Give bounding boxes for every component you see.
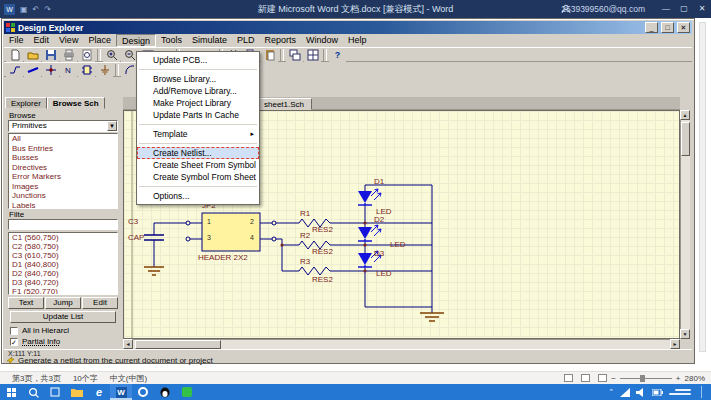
tab-browse-sch[interactable]: Browse Sch bbox=[47, 97, 105, 109]
list-item[interactable]: C1 (560,750) bbox=[9, 233, 117, 242]
menu-item-update-parts-in-cache[interactable]: Update Parts In Cache bbox=[137, 109, 259, 121]
print-layout-icon[interactable] bbox=[581, 374, 590, 382]
menu-item-browse-library[interactable]: Browse Library... bbox=[137, 73, 259, 85]
d3-type-label[interactable]: LED bbox=[376, 269, 392, 278]
list-item[interactable]: D2 (840,760) bbox=[9, 269, 117, 278]
list-item[interactable]: Labels bbox=[9, 201, 117, 210]
zoom-slider[interactable] bbox=[620, 378, 672, 379]
redo-quick-icon[interactable]: ↷ bbox=[44, 5, 51, 14]
app-close-button[interactable]: ✕ bbox=[677, 22, 690, 33]
web-layout-icon[interactable] bbox=[598, 374, 607, 382]
update-list-button[interactable]: Update List bbox=[10, 311, 116, 323]
word-restore-button[interactable]: ▢ bbox=[675, 0, 693, 18]
menu-edit[interactable]: Edit bbox=[29, 34, 55, 47]
cascade-windows-button[interactable] bbox=[286, 48, 303, 62]
list-item[interactable]: All bbox=[9, 134, 117, 144]
c3-ref-label[interactable]: C3 bbox=[128, 217, 138, 226]
menu-item-make-project-library[interactable]: Make Project Library bbox=[137, 97, 259, 109]
junction-tool-button[interactable] bbox=[42, 63, 59, 77]
open-button[interactable] bbox=[24, 48, 41, 62]
net-label-tool-button[interactable]: N bbox=[60, 63, 77, 77]
language-indicator[interactable]: 中文(中国) bbox=[110, 373, 147, 384]
zoom-in-control[interactable]: + bbox=[676, 374, 681, 383]
jp2-type-label[interactable]: HEADER 2X2 bbox=[198, 253, 248, 262]
menu-pld[interactable]: PLD bbox=[232, 34, 260, 47]
new-document-button[interactable] bbox=[6, 48, 23, 62]
r3-type-label[interactable]: RES2 bbox=[312, 275, 333, 284]
save-button[interactable] bbox=[42, 48, 59, 62]
wire-tool-button[interactable] bbox=[6, 63, 23, 77]
list-item[interactable]: Images bbox=[9, 182, 117, 192]
horizontal-scroll-thumb[interactable] bbox=[135, 340, 221, 349]
menu-item-create-sheet-from-symbol[interactable]: Create Sheet From Symbol bbox=[137, 159, 259, 171]
menu-design[interactable]: Design bbox=[116, 34, 156, 47]
connector-jp2-symbol[interactable] bbox=[186, 213, 276, 251]
list-item[interactable]: Bus Entries bbox=[9, 144, 117, 154]
menu-tools[interactable]: Tools bbox=[156, 34, 187, 47]
app-minimize-button[interactable]: _ bbox=[645, 22, 658, 33]
menu-view[interactable]: View bbox=[54, 34, 83, 47]
bus-tool-button[interactable] bbox=[24, 63, 41, 77]
list-item[interactable]: D3 (840,720) bbox=[9, 278, 117, 287]
partial-info-checkbox[interactable]: ✓ bbox=[10, 338, 18, 346]
list-item[interactable]: C2 (580,750) bbox=[9, 242, 117, 251]
list-item[interactable]: Directives bbox=[9, 163, 117, 173]
primitives-select[interactable]: Primitives ▼ bbox=[8, 120, 118, 132]
word-count[interactable]: 10个字 bbox=[73, 373, 98, 384]
zoom-in-button[interactable] bbox=[103, 48, 120, 62]
account-email[interactable]: 2539399560@qq.com bbox=[561, 4, 645, 14]
print-button[interactable] bbox=[60, 48, 77, 62]
start-button[interactable] bbox=[0, 384, 22, 400]
taskbar-qq[interactable] bbox=[154, 384, 176, 400]
menu-item-create-symbol-from-sheet[interactable]: Create Symbol From Sheet bbox=[137, 171, 259, 183]
undo-quick-icon[interactable]: ↶ bbox=[33, 5, 40, 14]
word-minimize-button[interactable]: — bbox=[657, 0, 675, 18]
taskbar-wechat[interactable] bbox=[176, 384, 198, 400]
network-icon[interactable] bbox=[620, 388, 630, 397]
menu-item-options[interactable]: Options... bbox=[137, 190, 259, 202]
filter-input[interactable] bbox=[8, 219, 118, 230]
task-view-button[interactable] bbox=[44, 384, 66, 400]
app-maximize-button[interactable]: □ bbox=[661, 22, 674, 33]
r1-ref-label[interactable]: R1 bbox=[300, 209, 310, 218]
all-in-hierarchy-checkbox[interactable] bbox=[10, 327, 18, 335]
menu-place[interactable]: Place bbox=[83, 34, 116, 47]
help-button[interactable]: ? bbox=[329, 48, 346, 62]
word-scrollbar[interactable] bbox=[699, 22, 706, 352]
list-item[interactable]: Junctions bbox=[9, 191, 117, 201]
taskbar-browser[interactable] bbox=[132, 384, 154, 400]
power-port-tool-button[interactable] bbox=[96, 63, 113, 77]
horizontal-scrollbar[interactable]: ◄ ► bbox=[123, 339, 680, 349]
page-indicator[interactable]: 第3页，共3页 bbox=[12, 373, 61, 384]
menu-item-create-netlist[interactable]: Create Netlist... bbox=[137, 147, 259, 159]
list-item[interactable]: F1 (520,770) bbox=[9, 287, 117, 295]
scroll-left-icon[interactable]: ◄ bbox=[123, 339, 133, 349]
menu-simulate[interactable]: Simulate bbox=[187, 34, 232, 47]
ground-symbols[interactable] bbox=[144, 267, 444, 321]
tile-windows-button[interactable] bbox=[304, 48, 321, 62]
list-item[interactable]: C3 (610,750) bbox=[9, 251, 117, 260]
tray-expand-icon[interactable]: ⌃ bbox=[608, 388, 614, 396]
paste-button[interactable] bbox=[261, 48, 278, 62]
c3-type-label[interactable]: CAP bbox=[128, 233, 144, 242]
text-button[interactable]: Text bbox=[8, 297, 44, 309]
show-desktop-button[interactable] bbox=[701, 386, 703, 398]
save-quick-icon[interactable]: ▣ bbox=[20, 5, 28, 14]
menu-window[interactable]: Window bbox=[301, 34, 343, 47]
menu-help[interactable]: Help bbox=[343, 34, 372, 47]
jump-button[interactable]: Jump bbox=[45, 297, 81, 309]
chevron-down-icon[interactable]: ▼ bbox=[107, 121, 117, 131]
zoom-percentage[interactable]: 280% bbox=[685, 374, 705, 383]
taskbar-word[interactable]: W bbox=[110, 384, 132, 400]
tab-sheet1[interactable]: sheet1.Sch bbox=[256, 98, 312, 110]
tray-clock[interactable] bbox=[669, 389, 691, 395]
part-tool-button[interactable] bbox=[78, 63, 95, 77]
menu-item-template[interactable]: Template ▸ bbox=[137, 128, 259, 140]
list-item[interactable]: D1 (840,800) bbox=[9, 260, 117, 269]
scroll-right-icon[interactable]: ► bbox=[670, 339, 680, 349]
menu-item-add-remove-library[interactable]: Add/Remove Library... bbox=[137, 85, 259, 97]
vertical-scroll-thumb[interactable] bbox=[681, 122, 690, 156]
zoom-out-control[interactable]: − bbox=[611, 374, 616, 383]
zoom-slider-thumb[interactable] bbox=[640, 375, 645, 382]
tab-explorer[interactable]: Explorer bbox=[5, 97, 47, 109]
